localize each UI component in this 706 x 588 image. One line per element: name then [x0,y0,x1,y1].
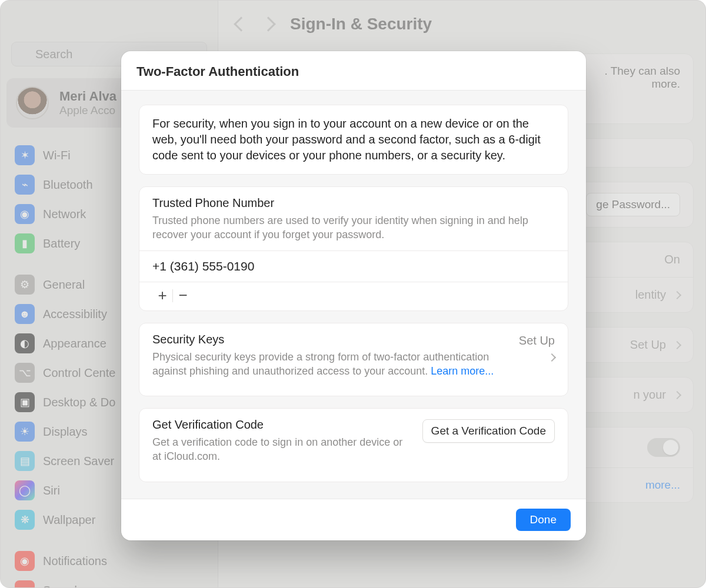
minus-icon: − [178,286,187,305]
plus-icon: + [158,286,166,305]
verification-code-card: Get Verification Code Get a verification… [139,408,568,482]
security-keys-card[interactable]: Security Keys Physical security keys pro… [139,323,568,397]
trusted-phone-card: Trusted Phone Number Trusted phone numbe… [139,186,568,311]
intro-card: For security, when you sign in to your a… [139,105,568,175]
sheet-footer: Done [121,499,586,540]
trusted-phone-title: Trusted Phone Number [152,196,555,210]
intro-text: For security, when you sign in to your a… [152,117,541,162]
verification-code-sub: Get a verification code to sign in on an… [152,435,411,472]
phone-number-row[interactable]: +1 (361) 555-0190 [139,250,568,282]
security-keys-sub: Physical security keys provide a strong … [152,350,507,387]
setup-label: Set Up [519,334,555,348]
trusted-phone-sub: Trusted phone numbers are used to verify… [152,213,555,250]
sheet-body: For security, when you sign in to your a… [121,91,586,499]
learn-more-link[interactable]: Learn more... [431,365,494,377]
add-phone-button[interactable]: + [152,287,172,305]
two-factor-sheet: Two-Factor Authentication For security, … [121,51,586,540]
get-verification-code-button[interactable]: Get a Verification Code [422,419,555,443]
done-button[interactable]: Done [516,509,571,531]
remove-phone-button[interactable]: − [173,287,193,305]
security-keys-title: Security Keys [152,333,507,346]
chevron-right-icon [548,353,556,362]
sheet-title: Two-Factor Authentication [121,51,586,91]
verification-code-title: Get Verification Code [152,418,411,432]
phone-number-value: +1 (361) 555-0190 [152,259,254,273]
phone-add-remove-bar: + − [139,282,568,310]
